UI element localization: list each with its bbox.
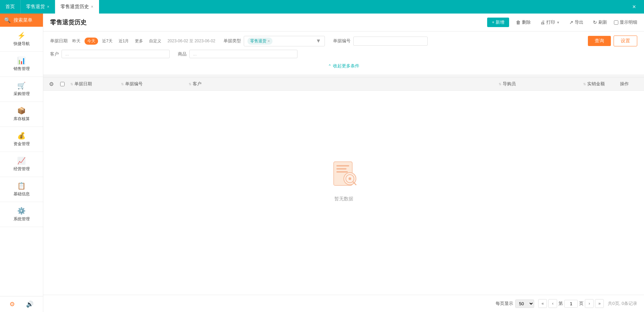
tab-retail-return-label: 零售退货 <box>26 4 45 10</box>
system-icon: ⚙️ <box>17 207 26 215</box>
inventory-icon: 📦 <box>17 107 26 115</box>
col-customer-label: 客户 <box>193 81 201 87</box>
display-detail-checkbox[interactable]: 显示明细 <box>614 19 637 25</box>
topbar-tabs: 首页 零售退货 × 零售退货历史 × <box>0 0 629 14</box>
page-size-select[interactable]: 50 10 20 100 <box>515 299 534 308</box>
page-actions: + 新增 🗑 删除 🖨 打印 ▼ ↗ 导出 ↻ <box>487 18 637 27</box>
table-header: ⚙ ⇅ 单据日期 ⇅ 单据编号 ⇅ 客户 ⇅ 导购员 <box>43 77 644 91</box>
empty-state: 暂无数据 <box>43 91 644 295</box>
tab-home[interactable]: 首页 <box>0 0 21 14</box>
speaker-icon[interactable]: 🔊 <box>26 300 33 308</box>
sidebar-item-basic-info-label: 基础信息 <box>14 191 30 197</box>
content-area: 零售退货历史 + 新增 🗑 删除 🖨 打印 ▼ ↗ 导出 <box>43 14 644 312</box>
date-filter: 单据日期 昨天 今天 近7天 近1月 更多 自定义 2023-06-02 至 2… <box>50 38 215 45</box>
sidebar-item-basic-info[interactable]: 📋 基础信息 <box>0 177 43 202</box>
sidebar-item-system[interactable]: ⚙️ 系统管理 <box>0 202 43 227</box>
sort-icon-number[interactable]: ⇅ <box>121 82 124 86</box>
topbar-right: × <box>629 3 644 10</box>
collapse-up-icon: ⌃ <box>328 64 332 69</box>
number-label: 单据编号 <box>333 38 351 44</box>
col-op: 操作 <box>607 81 641 87</box>
sort-icon-guide[interactable]: ⇅ <box>499 82 501 86</box>
tab-retail-return-close[interactable]: × <box>47 4 49 9</box>
page-info: 共0页, 0条记录 <box>608 300 637 307</box>
page-next-btn[interactable]: › <box>585 299 594 308</box>
sidebar-item-purchase-label: 采购管理 <box>14 91 30 97</box>
sidebar-bottom: ⚙ 🔊 <box>0 296 43 312</box>
goods-input-area[interactable]: ... <box>189 50 297 58</box>
window-close-icon[interactable]: × <box>629 3 639 10</box>
sidebar-item-inventory[interactable]: 📦 库存核算 <box>0 102 43 127</box>
collapse-more-btn[interactable]: ⌃ 收起更多条件 <box>50 62 637 72</box>
delete-label: 删除 <box>522 19 531 25</box>
table-checkbox-all[interactable] <box>57 82 68 86</box>
goods-placeholder: ... <box>193 51 294 57</box>
display-detail-check[interactable] <box>614 20 618 25</box>
sidebar-item-shortcuts[interactable]: ⚡ 快捷导航 <box>0 27 43 52</box>
sort-icon-amount[interactable]: ⇅ <box>583 82 586 86</box>
sidebar-item-sales[interactable]: 📊 销售管理 <box>0 52 43 77</box>
empty-state-icon <box>327 157 361 191</box>
date-option-1month[interactable]: 近1月 <box>117 38 131 45</box>
col-number-label: 单据编号 <box>125 81 143 87</box>
date-option-custom[interactable]: 自定义 <box>147 38 163 45</box>
goods-filter: 商品 ... <box>178 50 297 58</box>
col-guide: ⇅ 导购员 <box>496 81 557 87</box>
svg-rect-3 <box>336 171 348 173</box>
sort-icon-customer[interactable]: ⇅ <box>189 82 191 86</box>
page-label: 第 <box>558 300 563 307</box>
tab-retail-return[interactable]: 零售退货 × <box>21 0 55 14</box>
select-all-checkbox[interactable] <box>60 82 65 86</box>
type-selector[interactable]: 零售退货 × ▼ <box>244 36 325 46</box>
page-title-row: 零售退货历史 + 新增 🗑 删除 🖨 打印 ▼ ↗ 导出 <box>50 18 637 27</box>
sidebar-item-finance-label: 资金管理 <box>14 141 30 147</box>
date-option-yesterday[interactable]: 昨天 <box>70 38 82 45</box>
delete-button[interactable]: 🗑 删除 <box>513 18 533 27</box>
page-prev-btn[interactable]: ‹ <box>548 299 557 308</box>
date-option-7days[interactable]: 近7天 <box>100 38 115 45</box>
sales-icon: 📊 <box>17 57 26 65</box>
date-range-text: 2023-06-02 至 2023-06-02 <box>167 38 215 44</box>
type-tag-text: 零售退货 <box>250 38 266 44</box>
query-submit-button[interactable]: 查询 <box>588 36 611 46</box>
export-label: 导出 <box>575 19 583 25</box>
delete-icon: 🗑 <box>516 20 521 25</box>
goods-label: 商品 <box>178 51 187 57</box>
export-icon: ↗ <box>569 20 573 25</box>
tab-retail-return-history-close[interactable]: × <box>91 4 93 9</box>
filter-row-2: 客户 ... 商品 ... <box>50 50 637 58</box>
export-button[interactable]: ↗ 导出 <box>567 18 586 27</box>
type-tag-close-icon[interactable]: × <box>268 39 270 43</box>
page-input[interactable] <box>564 300 578 308</box>
page-first-btn[interactable]: « <box>538 299 547 308</box>
number-input[interactable] <box>353 37 428 46</box>
page-unit: 页 <box>579 300 583 307</box>
customer-placeholder: ... <box>65 51 166 57</box>
tab-retail-return-history[interactable]: 零售退货历史 × <box>55 0 99 14</box>
sidebar-search[interactable]: 🔍 搜索菜单 <box>0 14 43 27</box>
page-header: 零售退货历史 + 新增 🗑 删除 🖨 打印 ▼ ↗ 导出 <box>43 14 644 31</box>
col-guide-label: 导购员 <box>503 81 516 87</box>
pagination-size: 每页显示 50 10 20 100 <box>496 299 534 308</box>
sidebar-item-operation[interactable]: 📈 经营管理 <box>0 152 43 177</box>
customer-label: 客户 <box>50 51 59 57</box>
settings-bottom-icon[interactable]: ⚙ <box>9 300 15 308</box>
page-last-btn[interactable]: » <box>595 299 604 308</box>
refresh-button[interactable]: ↻ 刷新 <box>590 18 610 27</box>
type-filter: 单据类型 零售退货 × ▼ <box>223 36 325 46</box>
customer-input-area[interactable]: ... <box>62 50 170 58</box>
set-button[interactable]: 设置 <box>614 36 637 46</box>
date-options: 昨天 今天 近7天 近1月 更多 自定义 <box>70 38 163 45</box>
date-option-today[interactable]: 今天 <box>85 38 98 45</box>
query-button[interactable]: + 新增 <box>487 18 509 27</box>
purchase-icon: 🛒 <box>17 82 26 90</box>
main-layout: 🔍 搜索菜单 ⚡ 快捷导航 📊 销售管理 🛒 采购管理 📦 库存核算 💰 资金管… <box>0 14 644 312</box>
print-button[interactable]: 🖨 打印 ▼ <box>538 18 563 27</box>
sort-icon-date[interactable]: ⇅ <box>70 82 73 86</box>
sidebar-item-purchase[interactable]: 🛒 采购管理 <box>0 77 43 102</box>
sidebar-item-finance[interactable]: 💰 资金管理 <box>0 127 43 152</box>
size-label: 每页显示 <box>496 300 513 307</box>
table-settings-icon[interactable]: ⚙ <box>46 81 57 87</box>
date-option-more[interactable]: 更多 <box>133 38 145 45</box>
sidebar-item-shortcuts-label: 快捷导航 <box>14 41 30 47</box>
